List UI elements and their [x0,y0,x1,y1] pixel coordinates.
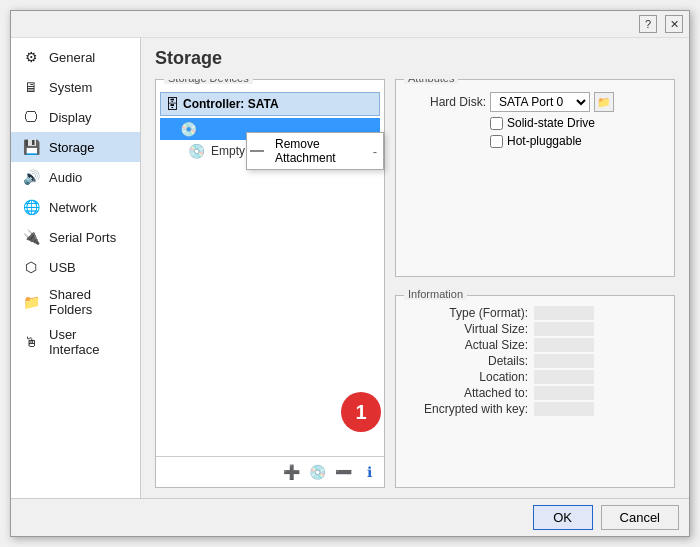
hotplug-label: Hot-pluggable [507,134,582,148]
close-button[interactable]: ✕ [665,15,683,33]
information-panel: Information Type (Format): Virtual Size:… [395,295,675,489]
sidebar-label-audio: Audio [49,170,82,185]
annotation-circle-1: 1 [341,392,381,432]
hotplug-checkbox[interactable] [490,135,503,148]
content-area: Storage Devices 🗄 Controller: SATA 💿 [155,79,675,488]
hard-disk-row: Hard Disk: SATA Port 0 📁 [406,92,664,112]
context-menu: Remove Attachment - [246,132,384,170]
general-icon: ⚙ [21,47,41,67]
attributes-panel: Attributes Hard Disk: SATA Port 0 📁 So [395,79,675,277]
ssd-label: Solid-state Drive [507,116,595,130]
ssd-row: Solid-state Drive [490,116,664,130]
info-row-encrypted: Encrypted with key: [404,402,666,416]
sidebar-item-audio[interactable]: 🔊 Audio [11,162,140,192]
system-icon: 🖥 [21,77,41,97]
network-icon: 🌐 [21,197,41,217]
info-row-type: Type (Format): [404,306,666,320]
sidebar-label-ui: User Interface [49,327,130,357]
ui-icon: 🖱 [21,332,41,352]
type-label: Type (Format): [404,306,534,320]
sidebar-item-usb[interactable]: ⬡ USB [11,252,140,282]
attached-label: Attached to: [404,386,534,400]
serial-icon: 🔌 [21,227,41,247]
disk-select-icon[interactable]: 📁 [594,92,614,112]
sidebar-item-system[interactable]: 🖥 System [11,72,140,102]
hard-disk-label: Hard Disk: [406,95,486,109]
help-button[interactable]: ? [639,15,657,33]
actual-label: Actual Size: [404,338,534,352]
sidebar-item-shared[interactable]: 📁 Shared Folders [11,282,140,322]
storage-icon: 💾 [21,137,41,157]
info-row-actual: Actual Size: [404,338,666,352]
hard-disk-select[interactable]: SATA Port 0 [490,92,590,112]
usb-icon: ⬡ [21,257,41,277]
add-controller-btn[interactable]: ➕ [280,461,302,483]
sidebar-label-serial: Serial Ports [49,230,116,245]
page-title: Storage [155,48,675,69]
controller-label: Controller: SATA [183,97,279,111]
sidebar-item-serial[interactable]: 🔌 Serial Ports [11,222,140,252]
storage-toolbar: ➕ 💿 ➖ ℹ [156,456,384,487]
sidebar-label-storage: Storage [49,140,95,155]
sidebar-item-storage[interactable]: 💾 Storage [11,132,140,162]
sidebar-item-general[interactable]: ⚙ General [11,42,140,72]
type-value [534,306,594,320]
ok-button[interactable]: OK [533,505,593,530]
sidebar: ⚙ General 🖥 System 🖵 Display 💾 Storage 🔊… [11,38,141,498]
remove-icon [249,141,265,161]
sidebar-label-system: System [49,80,92,95]
add-attachment-btn[interactable]: 💿 [306,461,328,483]
remove-attachment-btn[interactable]: ➖ [332,461,354,483]
main-content: Storage Storage Devices 🗄 Controller: SA… [141,38,689,498]
display-icon: 🖵 [21,107,41,127]
optical-icon: 💿 [188,143,205,159]
info-row-virtual: Virtual Size: [404,322,666,336]
hotplug-row: Hot-pluggable [490,134,664,148]
encrypted-value [534,402,594,416]
titlebar: ? ✕ [11,11,689,38]
info-btn[interactable]: ℹ [358,461,380,483]
attached-value [534,386,594,400]
controller-row[interactable]: 🗄 Controller: SATA [160,92,380,116]
info-row-details: Details: [404,354,666,368]
sidebar-label-display: Display [49,110,92,125]
window-body: ⚙ General 🖥 System 🖵 Display 💾 Storage 🔊… [11,38,689,498]
main-window: ? ✕ ⚙ General 🖥 System 🖵 Display 💾 Stora… [10,10,690,537]
sidebar-label-shared: Shared Folders [49,287,130,317]
sidebar-label-usb: USB [49,260,76,275]
cancel-button[interactable]: Cancel [601,505,679,530]
location-value [534,370,594,384]
encrypted-label: Encrypted with key: [404,402,534,416]
virtual-label: Virtual Size: [404,322,534,336]
virtual-value [534,322,594,336]
sidebar-item-network[interactable]: 🌐 Network [11,192,140,222]
info-row-location: Location: [404,370,666,384]
details-value [534,354,594,368]
details-label: Details: [404,354,534,368]
sidebar-item-display[interactable]: 🖵 Display [11,102,140,132]
ssd-checkbox[interactable] [490,117,503,130]
context-menu-close[interactable]: - [369,144,381,159]
location-label: Location: [404,370,534,384]
storage-devices-title: Storage Devices [164,79,253,84]
empty-label: Empty [211,144,245,158]
svg-rect-0 [250,150,264,152]
sidebar-label-general: General [49,50,95,65]
info-row-attached: Attached to: [404,386,666,400]
information-title: Information [404,288,467,300]
sidebar-item-ui[interactable]: 🖱 User Interface [11,322,140,362]
shared-icon: 📁 [21,292,41,312]
actual-value [534,338,594,352]
remove-attachment-label[interactable]: Remove Attachment [269,135,361,167]
audio-icon: 🔊 [21,167,41,187]
disk-icon: 💿 [180,121,197,137]
storage-devices-panel: Storage Devices 🗄 Controller: SATA 💿 [155,79,385,488]
controller-icon: 🗄 [165,96,179,112]
window-footer: OK Cancel [11,498,689,536]
attributes-title: Attributes [404,79,458,84]
sidebar-label-network: Network [49,200,97,215]
